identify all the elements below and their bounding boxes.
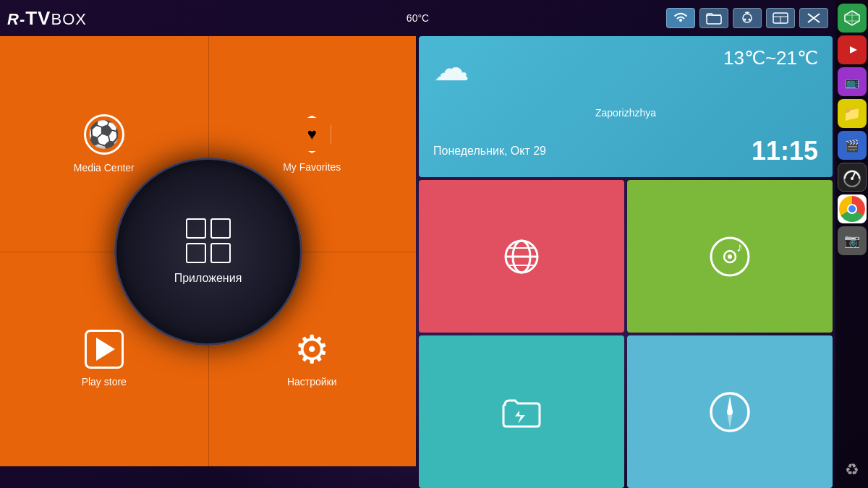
apps-grid-icon (186, 218, 231, 263)
right-panel: ☁ 13℃~21℃ Zaporizhzhya Понедельник, Окт … (416, 36, 835, 488)
play-store-label: Play store (82, 376, 127, 388)
svg-rect-0 (707, 15, 721, 24)
network-icon[interactable] (766, 8, 795, 28)
temperature-range: 13℃~21℃ (723, 47, 818, 69)
svg-point-1 (743, 14, 752, 22)
orange-panel: ⚽ Media Center ♥ My Favorites Play store (0, 36, 416, 466)
usb-icon[interactable] (733, 8, 762, 28)
sidebar-video-app[interactable]: 🎬 (838, 131, 867, 160)
play-store-icon (85, 330, 124, 369)
content-area: ⚽ Media Center ♥ My Favorites Play store (0, 36, 835, 488)
app-grid: ♪ (419, 180, 833, 488)
logo: R-TVBOX (7, 7, 87, 30)
weather-time: 11:15 (752, 136, 818, 166)
media-player-tile[interactable]: ♪ (627, 180, 833, 333)
applications-label: Приложения (174, 272, 242, 285)
misc-icon[interactable] (799, 8, 828, 28)
settings-icon: ⚙ (294, 330, 329, 369)
media-center-label: Media Center (74, 162, 135, 174)
city-name: Zaporizhzhya (433, 107, 818, 119)
cloud-icon: ☁ (433, 47, 469, 89)
temperature-display: 60°C (407, 12, 429, 24)
browser-tile[interactable] (627, 335, 833, 488)
svg-point-2 (744, 19, 746, 21)
sidebar-recycle[interactable]: ♻ (838, 455, 867, 484)
weather-widget: ☁ 13℃~21℃ Zaporizhzhya Понедельник, Окт … (419, 36, 833, 177)
weather-date: Понедельник, Окт 29 (433, 145, 546, 158)
status-icons-bar (666, 8, 828, 28)
settings-label: Настройки (287, 376, 337, 388)
chrome-icon (839, 196, 865, 222)
file-manager-tile[interactable] (419, 335, 624, 488)
folder-icon[interactable] (699, 8, 728, 28)
my-favorites-icon: ♥ (290, 114, 333, 154)
applications-circle[interactable]: Приложения (114, 158, 302, 346)
svg-point-9 (728, 254, 732, 259)
top-bar: R-TVBOX 60°C (0, 0, 835, 36)
sidebar-camera[interactable]: 📷 (838, 226, 867, 255)
svg-text:♪: ♪ (736, 240, 743, 254)
main-container: R-TVBOX 60°C (0, 0, 868, 488)
weather-top: ☁ 13℃~21℃ (433, 47, 818, 89)
svg-point-3 (749, 19, 751, 21)
sidebar-yellow-app[interactable]: 📁 (838, 99, 867, 128)
svg-point-17 (851, 177, 854, 180)
right-sidebar: 📺 📁 🎬 📷 ♻ (835, 0, 868, 488)
media-center-icon: ⚽ (84, 114, 124, 155)
left-area: R-TVBOX 60°C (0, 0, 835, 488)
weather-temp-range: 13℃~21℃ (723, 47, 818, 69)
weather-bottom: Понедельник, Окт 29 11:15 (433, 136, 818, 166)
my-favorites-label: My Favorites (283, 161, 341, 173)
internet-explorer-tile[interactable] (419, 180, 624, 333)
wifi-icon[interactable] (666, 8, 695, 28)
sidebar-speedtest[interactable] (838, 163, 867, 192)
sidebar-purple-app[interactable]: 📺 (838, 67, 867, 96)
sidebar-green-app[interactable] (838, 4, 867, 33)
sidebar-youtube[interactable] (838, 35, 867, 64)
sidebar-chrome[interactable] (838, 194, 867, 223)
